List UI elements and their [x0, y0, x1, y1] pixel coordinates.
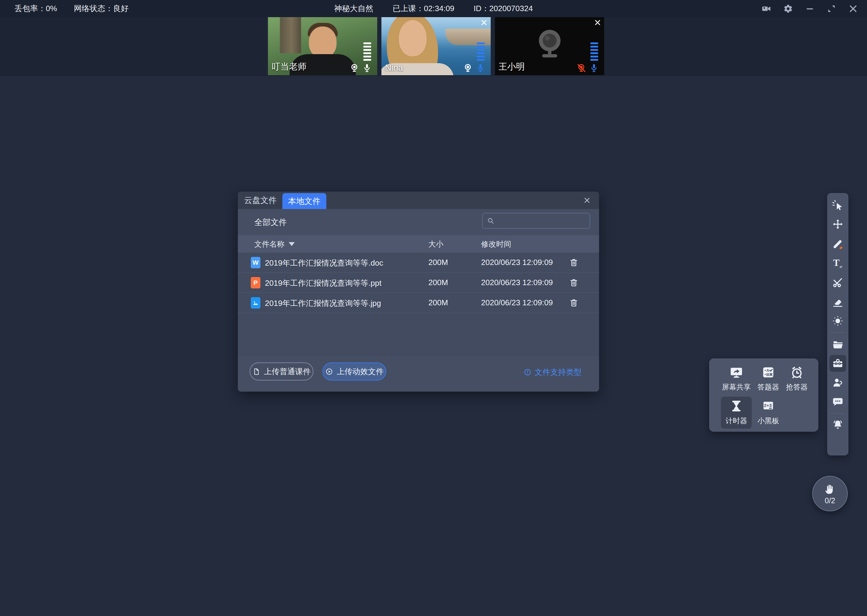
toolbox-tool[interactable]	[829, 355, 846, 372]
table-row[interactable]: 2019年工作汇报情况查询等等.jpg 200M 2020/06/23 12:0…	[238, 293, 599, 313]
column-size: 大小	[429, 239, 443, 249]
doc-file-icon: W	[251, 257, 260, 268]
video-tile-teacher[interactable]: 叮当老师	[268, 17, 377, 75]
svg-text:B: B	[766, 372, 769, 377]
tab-local-files[interactable]: 本地文件	[282, 193, 326, 209]
room-id: ID：2020070324	[473, 3, 533, 14]
search-icon	[487, 217, 495, 225]
hand-icon	[824, 482, 836, 495]
participant-name: Nina	[385, 63, 403, 73]
hourglass-icon	[730, 399, 743, 413]
volume-level-indicator	[477, 42, 485, 61]
pen-tool[interactable]	[828, 234, 847, 253]
upload-effect-file-button[interactable]: 上传动效文件	[322, 363, 386, 380]
column-modified-time: 修改时间	[481, 239, 511, 249]
settings-gear-icon[interactable]	[783, 4, 793, 14]
network-status: 网络状态：良好	[74, 3, 129, 14]
screen-share-icon	[730, 365, 743, 379]
tab-cloud-files[interactable]: 云盘文件	[238, 192, 282, 209]
delete-file-icon[interactable]	[569, 258, 579, 267]
delete-file-icon[interactable]	[569, 278, 579, 288]
answer-pad-icon: AB	[761, 365, 775, 379]
text-tool[interactable]: T	[828, 253, 847, 273]
sort-caret-icon[interactable]	[289, 242, 295, 246]
classroom-tools-panel: 屏幕共享 AB 答题器 抢答器 计时器 2+3 小黑板	[709, 358, 818, 432]
eraser-tool[interactable]	[828, 292, 847, 311]
search-input[interactable]	[498, 217, 585, 225]
webcam-off-icon[interactable]	[577, 63, 586, 73]
volume-level-indicator	[590, 42, 598, 61]
toolbar-divider	[830, 332, 846, 333]
dialog-tab-bar: 云盘文件 本地文件	[238, 192, 599, 209]
move-tool[interactable]	[828, 215, 847, 234]
participant-name: 王小明	[498, 61, 525, 73]
upload-normal-courseware-button[interactable]: 上传普通课件	[249, 363, 314, 380]
video-tile-wangxiaoming[interactable]: 王小明	[495, 17, 604, 75]
laser-pointer-tool[interactable]	[828, 311, 847, 330]
answer-pad-button[interactable]: AB 答题器	[753, 365, 783, 392]
camera-placeholder-icon	[532, 26, 568, 62]
microphone-on-icon[interactable]	[589, 63, 599, 73]
top-status-bar: 丢包率：0% 网络状态：良好 神秘大自然 已上课：02:34:09 ID：202…	[0, 0, 867, 17]
volume-level-indicator	[363, 42, 371, 61]
webcam-on-icon[interactable]	[350, 63, 359, 73]
microphone-on-icon[interactable]	[362, 63, 372, 73]
webcam-on-icon[interactable]	[463, 63, 473, 73]
column-file-name: 文件名称	[254, 239, 284, 249]
microphone-on-icon[interactable]	[476, 63, 485, 73]
file-table-body: W 2019年工作汇报情况查询等等.doc 200M 2020/06/23 12…	[238, 253, 599, 357]
image-file-icon	[251, 297, 260, 309]
file-search-box[interactable]	[482, 213, 590, 229]
file-picker-dialog: 云盘文件 本地文件 全部文件 文件名称 大小 修改时间 W 2019年工作汇报情…	[238, 192, 599, 391]
room-title: 神秘大自然	[334, 3, 373, 14]
whiteboard-toolbar: T	[827, 193, 848, 456]
play-circle-icon	[325, 368, 333, 376]
close-video-icon[interactable]	[594, 19, 601, 26]
ppt-file-icon: P	[251, 277, 260, 288]
buzzer-button[interactable]: 抢答器	[782, 365, 812, 392]
blackboard-icon: 2+3	[761, 399, 775, 413]
svg-text:2+3: 2+3	[764, 403, 772, 408]
svg-text:A: A	[766, 368, 769, 372]
info-icon	[523, 368, 532, 376]
courseware-folder-tool[interactable]	[828, 335, 847, 354]
file-table-header: 文件名称 大小 修改时间	[238, 235, 599, 253]
svg-text:T: T	[833, 258, 839, 268]
class-elapsed-time: 已上课：02:34:09	[393, 3, 454, 14]
video-tile-nina[interactable]: Nina	[381, 17, 491, 75]
file-support-types-link[interactable]: 文件支持类型	[523, 367, 582, 377]
alarm-clock-icon	[790, 365, 804, 379]
blackboard-button[interactable]: 2+3 小黑板	[753, 399, 783, 426]
delete-file-icon[interactable]	[569, 298, 579, 308]
dialog-close-icon[interactable]	[583, 197, 591, 204]
select-cursor-tool[interactable]	[828, 196, 847, 215]
hand-raise-count: 0/2	[825, 496, 835, 505]
video-strip: 叮当老师 Nina	[0, 17, 867, 76]
cut-scissors-tool[interactable]	[828, 273, 847, 292]
table-row[interactable]: P 2019年工作汇报情况查询等等.ppt 200M 2020/06/23 12…	[238, 273, 599, 293]
close-video-icon[interactable]	[481, 19, 488, 26]
chat-tool[interactable]	[828, 392, 847, 412]
close-window-button[interactable]	[848, 4, 858, 14]
screen-share-button[interactable]: 屏幕共享	[721, 365, 752, 392]
members-tool[interactable]	[828, 373, 847, 392]
maximize-restore-button[interactable]	[827, 4, 836, 14]
table-row[interactable]: W 2019年工作汇报情况查询等等.doc 200M 2020/06/23 12…	[238, 253, 599, 273]
document-icon	[252, 368, 260, 376]
file-filter-dropdown[interactable]: 全部文件	[254, 217, 287, 228]
notification-bell-tool[interactable]	[828, 415, 847, 435]
minimize-button[interactable]	[805, 4, 815, 14]
classroom-window: 丢包率：0% 网络状态：良好 神秘大自然 已上课：02:34:09 ID：202…	[0, 0, 867, 616]
packet-loss-status: 丢包率：0%	[14, 3, 57, 14]
raise-hand-button[interactable]: 0/2	[812, 476, 848, 511]
participant-name: 叮当老师	[271, 61, 306, 73]
timer-button[interactable]: 计时器	[721, 397, 752, 429]
camera-settings-icon[interactable]	[761, 4, 771, 14]
